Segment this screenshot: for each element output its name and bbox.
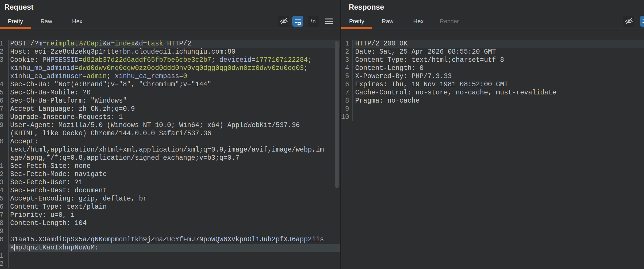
- line-number: 1: [341, 40, 353, 48]
- code-line: text/html,application/xhtml+xml,applicat…: [9, 146, 340, 154]
- token: Accept-Encoding: gzip, deflate, br: [10, 195, 147, 203]
- token: =: [79, 56, 83, 64]
- request-editor[interactable]: 1POST /?m=reimplat%7Capi&a=index&d=task …: [0, 38, 340, 269]
- editor-row: 22: [0, 260, 340, 268]
- code-line: xinhu_mo_adminid=dwd0dwv0nq0dgw0zz0od0dd…: [9, 64, 340, 72]
- tab-pretty[interactable]: Pretty: [0, 14, 31, 29]
- token: xinhu_ca_rempass: [115, 73, 179, 80]
- line-number: 14: [0, 187, 9, 195]
- word-wrap-toggle-button[interactable]: [292, 16, 303, 27]
- word-wrap-icon: [293, 17, 302, 26]
- token: =: [75, 64, 79, 72]
- token: d82ab37d22d6addf65fb7be6cbe3c2b7: [82, 56, 211, 64]
- code-line: 31ae15.X3amdiGpSx5aZqNKompmcnltkh9jZnaZU…: [9, 235, 340, 244]
- word-wrap-icon: [641, 17, 644, 26]
- code-line: KmpJqnztKaoIxhnpNoWuM:: [9, 244, 340, 252]
- line-number: 9: [341, 105, 353, 113]
- line-number: [0, 244, 9, 252]
- token: a: [107, 40, 111, 48]
- tab-label: Pretty: [8, 18, 23, 25]
- editor-row: (KHTML, like Gecko) Chrome/144.0.0.0 Saf…: [0, 129, 340, 138]
- editor-row: KmpJqnztKaoIxhnpNoWuM:: [0, 244, 340, 252]
- editor-row: 1POST /?m=reimplat%7Capi&a=index&d=task …: [0, 40, 340, 48]
- tab-render[interactable]: Render: [434, 14, 465, 29]
- tab-raw[interactable]: Raw: [31, 14, 62, 29]
- editor-row: 1HTTP/2 200 OK: [341, 40, 644, 48]
- token: Pragma: no-cache: [355, 97, 420, 105]
- token: task: [147, 40, 163, 48]
- token: admin: [87, 73, 107, 80]
- editor-row: 2031ae15.X3amdiGpSx5aZqNKompmcnltkh9jZna…: [0, 235, 340, 244]
- word-wrap-toggle-button[interactable]: [640, 16, 644, 27]
- token: =: [143, 40, 147, 48]
- hide-response-eye-slash-button[interactable]: [623, 16, 634, 27]
- request-scrollbar-thumb[interactable]: [335, 41, 339, 188]
- line-number: 22: [0, 260, 9, 268]
- code-line: [9, 227, 340, 235]
- editor-row: text/html,application/xhtml+xml,applicat…: [0, 146, 340, 154]
- response-editor[interactable]: 1HTTP/2 200 OK2Date: Sat, 25 Apr 2026 08…: [341, 38, 644, 269]
- tab-label: Render: [440, 18, 459, 25]
- token: Cache-Control: no-store, no-cache, must-…: [355, 89, 556, 96]
- editor-row: 21: [0, 252, 340, 260]
- code-line: Accept:: [9, 138, 340, 146]
- editor-row: 5X-Powered-By: PHP/7.3.33: [341, 72, 644, 80]
- token: mpJqnztKaoIxhnpNoWuM:: [14, 244, 99, 252]
- token: Content-Length: 104: [10, 219, 87, 227]
- tab-hex[interactable]: Hex: [403, 14, 434, 29]
- line-number: [0, 129, 9, 138]
- tab-pretty[interactable]: Pretty: [341, 14, 372, 29]
- token: text/html,application/xhtml+xml,applicat…: [10, 146, 324, 154]
- tab-hex[interactable]: Hex: [62, 14, 93, 29]
- token: Sec-Ch-Ua: "Not(A:Brand";v="8", "Chromiu…: [10, 81, 211, 88]
- code-line: HTTP/2 200 OK: [353, 40, 644, 48]
- code-line: Sec-Fetch-Dest: document: [9, 187, 340, 195]
- request-tabbar: PrettyRawHex \n: [0, 14, 340, 29]
- code-line: [9, 252, 340, 260]
- token: Sec-Fetch-Site: none: [10, 162, 91, 170]
- code-line: Content-Length: 104: [9, 219, 340, 227]
- token: reimplat%7Capi: [46, 40, 103, 48]
- code-line: (KHTML, like Gecko) Chrome/144.0.0.0 Saf…: [9, 129, 340, 138]
- line-number: 4: [341, 64, 353, 72]
- editor-row: 12Sec-Fetch-Mode: navigate: [0, 170, 340, 178]
- editor-row: 2Host: eci-2ze8cdzekq3p1rtterbn.cloudeci…: [0, 48, 340, 56]
- tab-label: Raw: [382, 18, 393, 25]
- tab-raw[interactable]: Raw: [372, 14, 403, 29]
- line-number: 12: [0, 170, 9, 178]
- code-line: [9, 260, 340, 268]
- line-number: 3: [0, 56, 9, 64]
- token: Date: Sat, 25 Apr 2026 08:55:20 GMT: [355, 48, 496, 56]
- line-number: 8: [341, 97, 353, 105]
- editor-menu-button[interactable]: [323, 16, 335, 27]
- code-line: Content-Length: 0: [353, 64, 644, 72]
- code-line: Date: Sat, 25 Apr 2026 08:55:20 GMT: [353, 48, 644, 56]
- line-number: 7: [0, 105, 9, 113]
- show-newlines-button[interactable]: \n: [308, 16, 319, 27]
- token: ;: [308, 56, 312, 64]
- code-line: POST /?m=reimplat%7Capi&a=index&d=task H…: [9, 40, 340, 48]
- request-panel-title: Request: [0, 0, 340, 14]
- line-number: [0, 154, 9, 162]
- line-number: [0, 64, 9, 72]
- line-number: [0, 146, 9, 154]
- code-line: age/apng,*/*;q=0.8,application/signed-ex…: [9, 154, 340, 162]
- code-line: User-Agent: Mozilla/5.0 (Windows NT 10.0…: [9, 121, 340, 129]
- code-line: Sec-Ch-Ua-Mobile: ?0: [9, 89, 340, 97]
- token: X-Powered-By: PHP/7.3.33: [355, 73, 452, 80]
- code-line: [353, 105, 644, 113]
- line-number: 10: [341, 113, 353, 121]
- token: &: [103, 40, 107, 48]
- token: =: [251, 56, 256, 64]
- line-number: 20: [0, 235, 9, 244]
- tab-label: Hex: [413, 18, 424, 25]
- code-line: X-Powered-By: PHP/7.3.33: [353, 72, 644, 80]
- hide-response-eye-slash-button[interactable]: [278, 16, 289, 27]
- token: xinhu_ca_adminuser: [10, 73, 82, 80]
- code-line: Sec-Fetch-User: ?1: [9, 178, 340, 187]
- editor-row: 4Sec-Ch-Ua: "Not(A:Brand";v="8", "Chromi…: [0, 80, 340, 89]
- token: Upgrade-Insecure-Requests: 1: [10, 113, 123, 121]
- token: =: [179, 73, 183, 80]
- token: (KHTML, like Gecko) Chrome/144.0.0.0 Saf…: [10, 130, 211, 137]
- token: User-Agent: Mozilla/5.0 (Windows NT 10.0…: [10, 122, 300, 129]
